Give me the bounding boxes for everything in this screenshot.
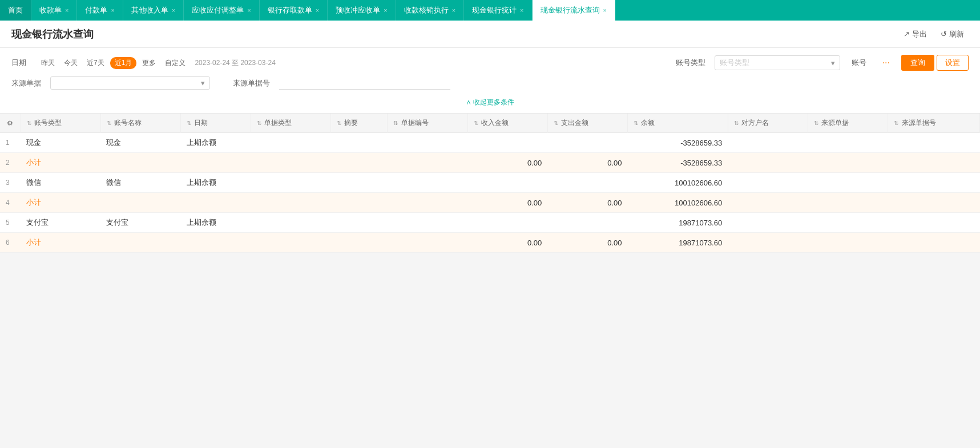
table-body: 1现金现金上期余额-3528659.332小计0.000.00-3528659.… [0, 133, 980, 253]
close-icon[interactable]: × [452, 7, 455, 14]
table-cell: 0.00 [547, 193, 627, 213]
settings-button[interactable]: 设置 [937, 55, 969, 71]
close-icon[interactable]: × [316, 7, 319, 14]
table-cell: 支付宝 [21, 213, 100, 233]
table-cell [888, 153, 980, 173]
table-cell: 上期余额 [181, 133, 251, 153]
table-cell: 0.00 [547, 153, 627, 173]
nav-advance-receipts[interactable]: 预收冲应收单 × [328, 0, 396, 21]
table-cell [388, 133, 467, 153]
query-button[interactable]: 查询 [901, 55, 934, 71]
table-cell [330, 133, 387, 153]
table-cell [330, 213, 387, 233]
table-cell [251, 173, 330, 193]
table-cell [181, 233, 251, 253]
sort-icon: ⇅ [257, 120, 261, 126]
source-doc-filter-group: 来源单据 ▾ [11, 76, 210, 90]
chevron-down-icon: ▾ [201, 79, 205, 87]
sort-icon: ⇅ [27, 120, 31, 126]
nav-label: 其他收入单 [131, 5, 168, 15]
col-source-doc-num[interactable]: ⇅ 来源单据号 [888, 114, 980, 133]
nav-label: 现金银行流水查询 [541, 5, 600, 15]
table-cell: 1 [0, 133, 21, 153]
nav-adjustments[interactable]: 应收应付调整单 × [184, 0, 259, 21]
close-icon[interactable]: × [172, 7, 175, 14]
table-cell [728, 213, 808, 233]
col-account-type[interactable]: ⇅ 账号类型 [21, 114, 100, 133]
col-doc-type[interactable]: ⇅ 单据类型 [251, 114, 330, 133]
table-cell [467, 213, 547, 233]
sort-icon: ⇅ [734, 120, 739, 126]
table-cell: 0.00 [547, 233, 627, 253]
account-label: 账号 [852, 58, 869, 68]
account-more-icon[interactable]: ··· [882, 58, 890, 68]
date-btn-yesterday[interactable]: 昨天 [38, 57, 58, 69]
nav-other-income[interactable]: 其他收入单 × [123, 0, 184, 21]
col-doc-num[interactable]: ⇅ 单据编号 [388, 114, 467, 133]
table-row: 4小计0.000.00100102606.60 [0, 193, 980, 213]
table-cell [100, 193, 180, 213]
table-cell [467, 173, 547, 193]
nav-collection-exec[interactable]: 收款核销执行 × [396, 0, 464, 21]
table-cell [251, 133, 330, 153]
account-type-label: 账号类型 [676, 58, 705, 68]
table-cell [330, 153, 387, 173]
close-icon[interactable]: × [111, 7, 114, 14]
col-income[interactable]: ⇅ 收入金额 [467, 114, 547, 133]
nav-payments[interactable]: 付款单 × [77, 0, 123, 21]
table-header-row: ⚙ ⇅ 账号类型 ⇅ 账号名称 ⇅ 日期 ⇅ 单据类型 [0, 114, 980, 133]
date-btn-more[interactable]: 更多 [139, 57, 159, 69]
nav-cash-stats[interactable]: 现金银行统计 × [464, 0, 532, 21]
close-icon[interactable]: × [247, 7, 251, 14]
date-btn-1month[interactable]: 近1月 [110, 57, 137, 69]
col-date[interactable]: ⇅ 日期 [181, 114, 251, 133]
date-range-display: 2023-02-24 至 2023-03-24 [195, 58, 275, 68]
table-cell: 100102606.60 [628, 193, 728, 213]
nav-home-label: 首页 [8, 5, 23, 15]
date-btn-7days[interactable]: 近7天 [83, 57, 108, 69]
table-cell: 现金 [100, 133, 180, 153]
export-button[interactable]: ↗ 导出 [899, 27, 931, 42]
col-expense[interactable]: ⇅ 支出金额 [547, 114, 627, 133]
table-cell [888, 193, 980, 213]
nav-bank-deposits[interactable]: 银行存取款单 × [260, 0, 328, 21]
source-doc-select[interactable]: ▾ [50, 76, 210, 90]
date-btn-custom[interactable]: 自定义 [162, 57, 189, 69]
col-account-name[interactable]: ⇅ 账号名称 [100, 114, 180, 133]
sort-icon: ⇅ [107, 120, 111, 126]
export-label: 导出 [912, 29, 927, 39]
col-counterparty[interactable]: ⇅ 对方户名 [728, 114, 808, 133]
nav-label: 收款单 [39, 5, 62, 15]
collapse-label: 收起更多条件 [473, 98, 514, 106]
sort-icon: ⇅ [187, 120, 191, 126]
close-icon[interactable]: × [603, 7, 607, 14]
table-cell [181, 193, 251, 213]
account-type-select[interactable]: 账号类型 ▾ [715, 55, 840, 70]
table-cell: 上期余额 [181, 173, 251, 193]
table-cell [728, 173, 808, 193]
col-balance[interactable]: ⇅ 余额 [628, 114, 728, 133]
table-cell [547, 213, 627, 233]
source-doc-num-input[interactable] [279, 77, 450, 90]
col-source-doc[interactable]: ⇅ 来源单据 [808, 114, 888, 133]
table-cell [728, 193, 808, 213]
col-gear[interactable]: ⚙ [0, 114, 21, 133]
close-icon[interactable]: × [384, 7, 387, 14]
chevron-down-icon: ▾ [831, 59, 835, 67]
nav-home[interactable]: 首页 [0, 0, 31, 21]
collapse-filter-bar[interactable]: ∧ 收起更多条件 [11, 95, 969, 108]
col-summary[interactable]: ⇅ 摘要 [330, 114, 387, 133]
table-cell: 支付宝 [100, 213, 180, 233]
table-wrapper: ⚙ ⇅ 账号类型 ⇅ 账号名称 ⇅ 日期 ⇅ 单据类型 [0, 114, 980, 253]
table-cell: 5 [0, 213, 21, 233]
table-cell: 小计 [21, 153, 100, 173]
nav-cash-flow-query[interactable]: 现金银行流水查询 × [533, 0, 615, 21]
top-nav: 首页 收款单 × 付款单 × 其他收入单 × 应收应付调整单 × 银行存取款单 … [0, 0, 980, 21]
close-icon[interactable]: × [65, 7, 68, 14]
close-icon[interactable]: × [520, 7, 523, 14]
date-btn-today[interactable]: 今天 [61, 57, 81, 69]
refresh-button[interactable]: ↺ 刷新 [936, 27, 969, 42]
nav-receipts[interactable]: 收款单 × [31, 0, 77, 21]
table-cell [330, 193, 387, 213]
data-table: ⚙ ⇅ 账号类型 ⇅ 账号名称 ⇅ 日期 ⇅ 单据类型 [0, 114, 980, 253]
